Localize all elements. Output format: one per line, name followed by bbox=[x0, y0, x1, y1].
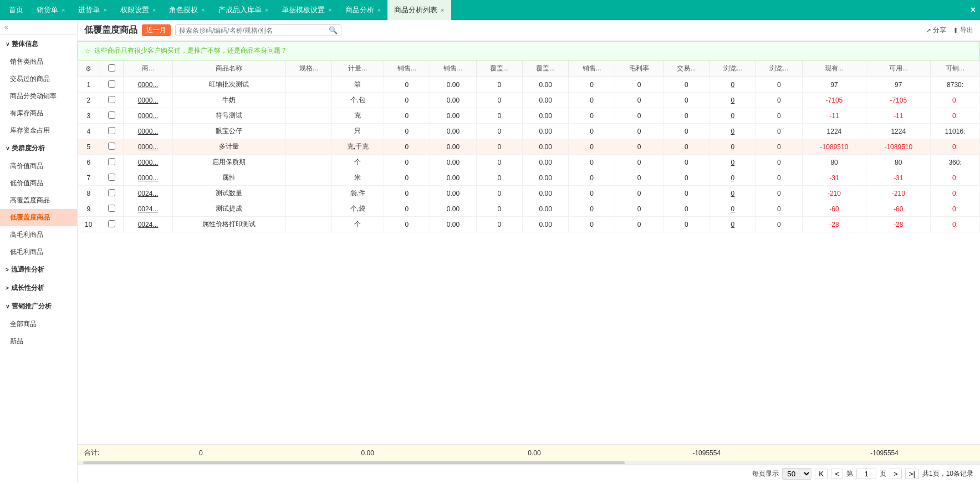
table-cell[interactable]: 0 bbox=[710, 77, 756, 93]
table-cell[interactable]: 0024... bbox=[124, 186, 173, 201]
sidebar-group-overview[interactable]: ∨ 整体信息 bbox=[0, 35, 77, 53]
col-trade[interactable]: 交易... bbox=[663, 60, 710, 77]
row-checkbox[interactable] bbox=[108, 127, 115, 134]
nav-tab-product[interactable]: 产成品入库单 × bbox=[212, 0, 275, 20]
close-icon[interactable]: × bbox=[152, 7, 156, 13]
table-cell[interactable]: 0000... bbox=[124, 139, 173, 155]
close-icon[interactable]: × bbox=[265, 7, 268, 13]
sidebar-item-in-stock[interactable]: 有库存商品 bbox=[0, 105, 77, 122]
row-checkbox[interactable] bbox=[108, 189, 115, 196]
nav-tab-sales[interactable]: 销货单 × bbox=[30, 0, 72, 20]
sidebar-item-category-rate[interactable]: 商品分类动销率 bbox=[0, 88, 77, 105]
sidebar-group-marketing[interactable]: ∨ 营销推广分析 bbox=[0, 297, 77, 316]
table-cell[interactable]: 0 bbox=[710, 93, 756, 108]
row-checkbox[interactable] bbox=[108, 111, 115, 119]
table-cell[interactable]: 0 bbox=[710, 155, 756, 170]
sidebar-item-traded[interactable]: 交易过的商品 bbox=[0, 70, 77, 88]
sidebar-item-low-value[interactable]: 低价值商品 bbox=[0, 175, 77, 192]
select-all-checkbox[interactable] bbox=[108, 64, 115, 72]
table-cell: 0 bbox=[615, 93, 663, 108]
col-sales-cnt[interactable]: 销售... bbox=[569, 60, 615, 77]
table-cell[interactable]: 0000... bbox=[124, 124, 173, 139]
sidebar-group-liquidity[interactable]: > 流通性分析 bbox=[0, 261, 77, 279]
export-button[interactable]: ⬆ 导出 bbox=[953, 26, 973, 35]
table-cell[interactable]: 0 bbox=[710, 108, 756, 124]
table-cell[interactable]: 0024... bbox=[124, 217, 173, 232]
time-filter-button[interactable]: 近一月 bbox=[142, 24, 171, 36]
row-checkbox[interactable] bbox=[108, 158, 115, 165]
col-settings[interactable]: ⚙ bbox=[78, 60, 100, 77]
table-cell[interactable]: 0 bbox=[710, 201, 756, 217]
col-available[interactable]: 可用... bbox=[866, 60, 931, 77]
share-button[interactable]: ↗ 分享 bbox=[926, 26, 946, 35]
per-page-select[interactable]: 50 10 20 100 bbox=[782, 468, 811, 480]
table-cell[interactable]: 0000... bbox=[124, 93, 173, 108]
close-icon[interactable]: × bbox=[62, 7, 65, 13]
table-cell: 0.00 bbox=[523, 186, 569, 201]
table-cell[interactable]: 0000... bbox=[124, 155, 173, 170]
table-cell[interactable]: 0 bbox=[710, 170, 756, 186]
sidebar-item-low-margin[interactable]: 低毛利商品 bbox=[0, 243, 77, 261]
col-sales-qty[interactable]: 销售... bbox=[384, 60, 430, 77]
col-name[interactable]: 商品名称 bbox=[172, 60, 285, 77]
close-icon[interactable]: × bbox=[328, 7, 331, 13]
table-cell[interactable]: 0024... bbox=[124, 201, 173, 217]
table-cell[interactable]: 0 bbox=[710, 217, 756, 232]
sidebar-item-new-goods[interactable]: 新品 bbox=[0, 333, 77, 350]
col-gross-rate[interactable]: 毛利率 bbox=[615, 60, 663, 77]
close-icon[interactable]: × bbox=[103, 7, 106, 13]
row-checkbox[interactable] bbox=[108, 143, 115, 150]
close-icon[interactable]: × bbox=[377, 7, 381, 13]
search-icon[interactable]: 🔍 bbox=[329, 26, 338, 34]
col-browse2[interactable]: 浏览... bbox=[756, 60, 802, 77]
table-cell[interactable]: 0000... bbox=[124, 77, 173, 93]
nav-tab-template[interactable]: 单据模板设置 × bbox=[275, 0, 338, 20]
sidebar-item-sales-goods[interactable]: 销售类商品 bbox=[0, 53, 77, 70]
col-sales-amt[interactable]: 销售... bbox=[430, 60, 476, 77]
col-checkbox[interactable] bbox=[100, 60, 124, 77]
table-cell[interactable]: 0 bbox=[710, 139, 756, 155]
nav-tab-permission[interactable]: 权限设置 × bbox=[114, 0, 162, 20]
next-page-button[interactable]: > bbox=[890, 469, 902, 479]
sidebar-item-low-coverage[interactable]: 低覆盖度商品 bbox=[0, 209, 77, 226]
first-page-button[interactable]: K bbox=[815, 469, 828, 479]
sidebar-group-growth[interactable]: > 成长性分析 bbox=[0, 279, 77, 297]
sidebar-item-all-goods[interactable]: 全部商品 bbox=[0, 316, 77, 333]
sidebar-item-high-margin[interactable]: 高毛利商品 bbox=[0, 226, 77, 243]
close-icon[interactable]: × bbox=[201, 7, 205, 13]
export-icon: ⬆ bbox=[953, 27, 958, 34]
row-checkbox[interactable] bbox=[108, 96, 115, 103]
col-sellable[interactable]: 可销... bbox=[931, 60, 980, 77]
close-all-button[interactable]: × bbox=[971, 5, 976, 15]
table-cell[interactable]: 0000... bbox=[124, 108, 173, 124]
close-icon[interactable]: × bbox=[441, 7, 444, 13]
prev-page-button[interactable]: < bbox=[831, 469, 843, 479]
sidebar-item-high-coverage[interactable]: 高覆盖度商品 bbox=[0, 192, 77, 209]
sidebar-group-cluster[interactable]: ∨ 类群度分析 bbox=[0, 139, 77, 157]
sidebar-item-capital[interactable]: 库存资金占用 bbox=[0, 122, 77, 139]
col-coverage1[interactable]: 覆盖... bbox=[476, 60, 522, 77]
table-cell[interactable]: 0000... bbox=[124, 170, 173, 186]
page-number-input[interactable] bbox=[856, 469, 876, 479]
col-unit[interactable]: 计量... bbox=[331, 60, 384, 77]
row-checkbox[interactable] bbox=[108, 220, 115, 227]
col-current-stock[interactable]: 现有... bbox=[802, 60, 866, 77]
col-coverage2[interactable]: 覆盖... bbox=[523, 60, 569, 77]
table-cell[interactable]: 0 bbox=[710, 124, 756, 139]
nav-tab-purchase[interactable]: 进货单 × bbox=[72, 0, 113, 20]
col-browse1[interactable]: 浏览... bbox=[710, 60, 756, 77]
row-checkbox[interactable] bbox=[108, 174, 115, 181]
sidebar-collapse-btn[interactable]: « bbox=[4, 23, 8, 31]
last-page-button[interactable]: >| bbox=[905, 469, 919, 479]
table-cell[interactable]: 0 bbox=[710, 186, 756, 201]
row-checkbox[interactable] bbox=[108, 205, 115, 212]
sidebar-item-high-value[interactable]: 高价值商品 bbox=[0, 157, 77, 175]
col-spec[interactable]: 规格... bbox=[285, 60, 331, 77]
col-code[interactable]: 商... bbox=[124, 60, 173, 77]
search-input[interactable] bbox=[179, 27, 329, 34]
nav-tab-analysis-list[interactable]: 商品分析列表 × bbox=[387, 0, 451, 20]
nav-tab-home[interactable]: 首页 bbox=[2, 0, 30, 20]
nav-tab-analysis[interactable]: 商品分析 × bbox=[339, 0, 387, 20]
nav-tab-role[interactable]: 角色授权 × bbox=[162, 0, 211, 20]
row-checkbox[interactable] bbox=[108, 80, 115, 88]
